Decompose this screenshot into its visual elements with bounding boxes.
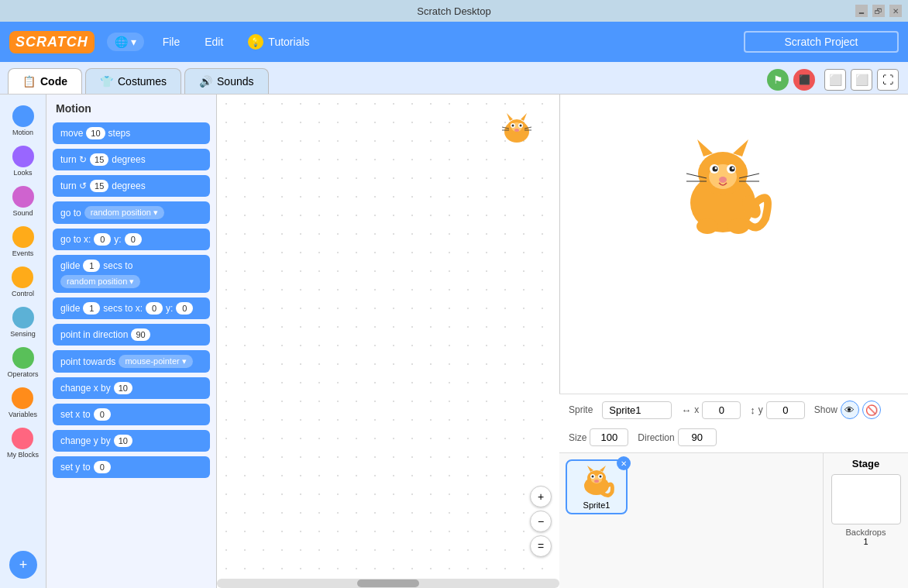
zoom-out-button[interactable]: − <box>530 511 552 532</box>
add-extension-button[interactable]: + <box>9 551 37 579</box>
sprite-item-sprite1[interactable]: ✕ Sprite1 <box>566 459 628 514</box>
sidebar-item-sound[interactable]: Sound <box>9 183 37 220</box>
svg-marker-36 <box>600 466 606 472</box>
edit-menu[interactable]: Edit <box>198 33 229 51</box>
block-set-y[interactable]: set y to 0 <box>53 456 210 478</box>
motion-dot <box>12 105 34 127</box>
blocks-panel-title: Motion <box>53 102 210 115</box>
svg-point-40 <box>592 476 594 478</box>
globe-icon: 🌐 <box>115 36 128 48</box>
tab-costumes[interactable]: 👕 Costumes <box>85 68 181 94</box>
tab-sounds[interactable]: 🔊 Sounds <box>184 68 268 94</box>
block-turn-cw[interactable]: turn ↻ 15 degrees <box>53 149 210 170</box>
svg-point-8 <box>520 125 522 127</box>
script-scrollbar[interactable] <box>217 579 559 588</box>
language-selector[interactable]: 🌐 ▾ <box>107 33 144 51</box>
app-title: Scratch Desktop <box>417 5 490 17</box>
hide-eye-button[interactable]: 🚫 <box>862 401 881 419</box>
stop-button[interactable]: ⬛ <box>793 69 815 91</box>
sidebar-item-operators[interactable]: Operators <box>4 344 41 381</box>
block-move-steps[interactable]: move 10 steps <box>53 122 210 144</box>
costumes-tab-icon: 👕 <box>100 75 113 88</box>
looks-label: Looks <box>13 169 32 177</box>
block-change-y[interactable]: change y by 10 <box>53 430 210 452</box>
flag-icon: ⚑ <box>773 74 783 86</box>
sound-label: Sound <box>12 209 33 217</box>
block-goto-random[interactable]: go to random position ▾ <box>53 201 210 224</box>
direction-group: Direction <box>638 428 716 446</box>
layout-large-button[interactable]: ⬜ <box>851 69 872 91</box>
svg-point-41 <box>600 476 602 478</box>
sidebar-item-events[interactable]: Events <box>9 223 37 260</box>
block-point-direction[interactable]: point in direction 90 <box>53 324 210 346</box>
sprite-info-bar: Sprite ↔ x ↕ y Show 👁 🚫 Size <box>559 394 908 452</box>
show-group: Show 👁 🚫 <box>814 401 881 419</box>
events-label: Events <box>12 249 34 257</box>
sidebar-item-myblocks[interactable]: My Blocks <box>4 425 42 462</box>
block-goto-xy[interactable]: go to x: 0 y: 0 <box>53 229 210 250</box>
right-panel: Sprite ↔ x ↕ y Show 👁 🚫 Size <box>559 95 908 588</box>
direction-input[interactable] <box>678 428 717 446</box>
sprite-delete-badge[interactable]: ✕ <box>617 456 631 470</box>
backdrops-label: Backdrops <box>846 528 886 537</box>
maximize-button[interactable]: 🗗 <box>872 5 885 17</box>
sidebar-item-control[interactable]: Control <box>9 263 37 301</box>
x-label: x <box>694 404 699 415</box>
sprite-item-svg <box>573 464 620 499</box>
window-controls: 🗕 🗗 ✕ <box>855 5 902 17</box>
stage-thumbnail[interactable] <box>831 474 901 524</box>
minimize-button[interactable]: 🗕 <box>855 5 868 17</box>
stage-panel: Stage Backdrops 1 <box>823 453 908 588</box>
script-area[interactable]: + − = <box>217 95 559 588</box>
svg-point-30 <box>696 218 718 234</box>
canvas-sprite-svg <box>497 110 536 149</box>
svg-point-9 <box>514 129 519 132</box>
variables-dot <box>12 387 33 409</box>
tutorials-button[interactable]: 💡 Tutorials <box>242 31 315 53</box>
file-menu[interactable]: File <box>156 33 187 51</box>
zoom-reset-button[interactable]: = <box>530 535 552 557</box>
x-coord-group: ↔ x <box>681 401 741 419</box>
svg-point-31 <box>727 218 749 234</box>
block-set-x[interactable]: set x to 0 <box>53 404 210 425</box>
globe-chevron-icon: ▾ <box>131 36 136 48</box>
operators-dot <box>12 347 34 369</box>
block-point-towards[interactable]: point towards mouse-pointer ▾ <box>53 350 210 373</box>
sidebar-item-looks[interactable]: Looks <box>9 143 37 180</box>
scrollbar-thumb[interactable] <box>357 579 419 587</box>
blocks-panel: Motion move 10 steps turn ↻ 15 degrees t… <box>46 95 217 588</box>
block-change-x[interactable]: change x by 10 <box>53 377 210 399</box>
sidebar-item-motion[interactable]: Motion <box>9 102 37 139</box>
sidebar-item-sensing[interactable]: Sensing <box>7 304 39 341</box>
y-coord-group: ↕ y <box>750 401 805 419</box>
add-extension-area: + <box>0 551 46 579</box>
zoom-in-button[interactable]: + <box>530 486 552 507</box>
close-button[interactable]: ✕ <box>889 5 902 17</box>
sounds-tab-icon: 🔊 <box>199 75 212 88</box>
block-glide-xy[interactable]: glide 1 secs to x: 0 y: 0 <box>53 297 210 319</box>
x-coord-input[interactable] <box>702 401 741 419</box>
layout-small-button[interactable]: ⬜ <box>824 69 846 91</box>
project-name-input[interactable] <box>744 31 899 53</box>
control-label: Control <box>12 290 34 297</box>
stop-icon: ⬛ <box>799 74 810 85</box>
x-arrows-icon: ↔ <box>681 404 691 416</box>
block-turn-ccw[interactable]: turn ↺ 15 degrees <box>53 175 210 197</box>
block-glide-random[interactable]: glide 1 secs to random position ▾ <box>53 255 210 293</box>
operators-label: Operators <box>7 370 38 378</box>
sprite-name-input[interactable] <box>602 401 672 419</box>
variables-label: Variables <box>9 411 37 418</box>
tab-code[interactable]: 📋 Code <box>8 68 82 94</box>
sound-dot <box>12 186 34 208</box>
looks-dot <box>12 146 34 167</box>
size-input[interactable] <box>590 428 628 446</box>
control-dot <box>12 266 33 288</box>
show-eye-button[interactable]: 👁 <box>841 401 859 419</box>
backdrops-count: 1 <box>863 537 868 546</box>
y-coord-input[interactable] <box>766 401 805 419</box>
fullscreen-button[interactable]: ⛶ <box>877 69 899 91</box>
svg-marker-17 <box>733 139 748 156</box>
sidebar-item-variables[interactable]: Variables <box>5 384 40 421</box>
green-flag-button[interactable]: ⚑ <box>767 69 789 91</box>
add-extension-icon: + <box>19 557 28 573</box>
